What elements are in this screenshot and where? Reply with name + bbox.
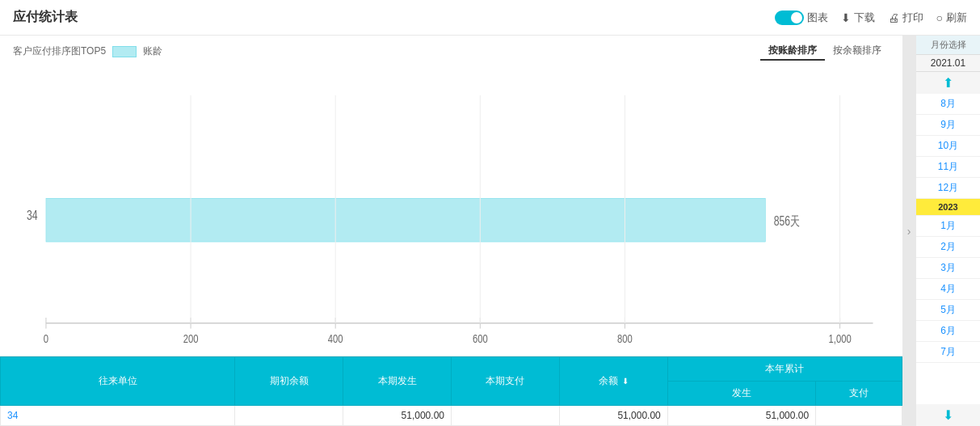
sidebar-month-list: 8月9月10月11月12月20231月2月3月4月5月6月7月 bbox=[916, 94, 980, 404]
th-unit: 往来单位 bbox=[1, 357, 235, 406]
cell-year-occur: 51,000.00 bbox=[667, 406, 815, 426]
svg-rect-1 bbox=[46, 198, 766, 242]
month-item[interactable]: 11月 bbox=[916, 157, 980, 178]
main-container: 应付统计表 图表 ⬇ 下载 🖨 打印 ○ 刷新 bbox=[0, 0, 980, 426]
th-year-occur: 发生 bbox=[667, 382, 815, 406]
refresh-label: 刷新 bbox=[946, 11, 967, 25]
month-item[interactable]: 10月 bbox=[916, 136, 980, 157]
month-item[interactable]: 8月 bbox=[916, 94, 980, 115]
refresh-icon: ○ bbox=[936, 11, 943, 24]
cell-balance: 51,000.00 bbox=[559, 406, 667, 426]
table-section: 往来单位 期初余额 本期发生 本期支付 余额 ⬇ 本年累计 发生 bbox=[0, 356, 902, 426]
chevron-down-icon: ⬇ bbox=[943, 408, 953, 422]
sidebar-down-button[interactable]: ⬇ bbox=[916, 404, 980, 426]
header-actions: 图表 ⬇ 下载 🖨 打印 ○ 刷新 bbox=[775, 11, 967, 25]
svg-text:856天: 856天 bbox=[774, 213, 800, 228]
sidebar-up-button[interactable]: ⬆ bbox=[916, 72, 980, 94]
month-item[interactable]: 2月 bbox=[916, 237, 980, 258]
svg-text:400: 400 bbox=[328, 331, 343, 345]
cell-current-occur: 51,000.00 bbox=[343, 406, 452, 426]
svg-text:800: 800 bbox=[617, 331, 633, 345]
month-item[interactable]: 9月 bbox=[916, 115, 980, 136]
table-row: 34 51,000.00 51,000.00 51,000.00 bbox=[1, 406, 902, 426]
chevron-right-icon: › bbox=[907, 225, 911, 238]
print-button[interactable]: 🖨 打印 bbox=[888, 11, 923, 25]
year-label-2023: 2023 bbox=[916, 199, 980, 216]
download-button[interactable]: ⬇ 下载 bbox=[841, 11, 875, 25]
chart-header: 客户应付排序图TOP5 账龄 按账龄排序 按余额排序 bbox=[0, 36, 902, 67]
month-item[interactable]: 1月 bbox=[916, 216, 980, 237]
chart-sort: 按账龄排序 按余额排序 bbox=[760, 42, 890, 61]
th-year-pay: 支付 bbox=[816, 382, 902, 406]
chart-legend: 客户应付排序图TOP5 账龄 bbox=[13, 44, 162, 58]
month-item[interactable]: 12月 bbox=[916, 178, 980, 199]
cell-opening bbox=[235, 406, 343, 426]
svg-text:200: 200 bbox=[183, 331, 199, 345]
sort-by-balance-button[interactable]: 按余额排序 bbox=[825, 42, 890, 61]
month-item[interactable]: 5月 bbox=[916, 300, 980, 321]
cell-unit: 34 bbox=[1, 406, 235, 426]
chevron-up-icon: ⬆ bbox=[943, 76, 953, 90]
download-icon: ⬇ bbox=[841, 11, 851, 24]
sidebar-divider[interactable]: › bbox=[902, 36, 915, 426]
th-opening: 期初余额 bbox=[235, 357, 343, 406]
month-sidebar: 月份选择 2021.01 ⬆ 8月9月10月11月12月20231月2月3月4月… bbox=[915, 36, 980, 426]
th-balance: 余额 ⬇ bbox=[559, 357, 667, 406]
print-label: 打印 bbox=[902, 11, 923, 25]
header: 应付统计表 图表 ⬇ 下载 🖨 打印 ○ 刷新 bbox=[0, 0, 980, 36]
sidebar-header-label: 月份选择 bbox=[916, 36, 980, 55]
page-title: 应付统计表 bbox=[13, 9, 78, 26]
sidebar-year-display[interactable]: 2021.01 bbox=[916, 55, 980, 72]
cell-year-pay bbox=[816, 406, 902, 426]
svg-text:600: 600 bbox=[473, 331, 488, 345]
chart-toggle[interactable] bbox=[775, 11, 804, 25]
legend-box-label: 账龄 bbox=[143, 44, 162, 58]
th-year-group: 本年累计 bbox=[667, 357, 902, 382]
refresh-button[interactable]: ○ 刷新 bbox=[936, 11, 967, 25]
chart-area: 34 856天 0 200 bbox=[0, 67, 902, 356]
legend-title: 客户应付排序图TOP5 bbox=[13, 44, 106, 58]
sort-by-amount-button[interactable]: 按账龄排序 bbox=[760, 42, 825, 61]
download-label: 下载 bbox=[854, 11, 875, 25]
month-item[interactable]: 7月 bbox=[916, 342, 980, 363]
month-item[interactable]: 3月 bbox=[916, 258, 980, 279]
content-area: 客户应付排序图TOP5 账龄 按账龄排序 按余额排序 34 856天 bbox=[0, 36, 980, 426]
print-icon: 🖨 bbox=[888, 11, 899, 24]
th-current-pay: 本期支付 bbox=[451, 357, 559, 406]
balance-icon: ⬇ bbox=[622, 377, 629, 386]
cell-current-pay bbox=[451, 406, 559, 426]
th-current-occur: 本期发生 bbox=[343, 357, 452, 406]
unit-link[interactable]: 34 bbox=[7, 410, 18, 421]
month-item[interactable]: 4月 bbox=[916, 279, 980, 300]
svg-text:0: 0 bbox=[44, 331, 48, 345]
legend-box bbox=[112, 46, 137, 57]
chart-section: 客户应付排序图TOP5 账龄 按账龄排序 按余额排序 34 856天 bbox=[0, 36, 902, 426]
chart-label: 图表 bbox=[807, 11, 828, 25]
data-table: 往来单位 期初余额 本期发生 本期支付 余额 ⬇ 本年累计 发生 bbox=[0, 356, 902, 426]
svg-text:1,000: 1,000 bbox=[829, 331, 852, 345]
chart-toggle-item[interactable]: 图表 bbox=[775, 11, 828, 25]
toggle-thumb bbox=[791, 12, 802, 23]
bar-chart-svg: 34 856天 0 200 bbox=[13, 74, 890, 356]
month-item[interactable]: 6月 bbox=[916, 321, 980, 342]
svg-text:34: 34 bbox=[27, 209, 38, 223]
